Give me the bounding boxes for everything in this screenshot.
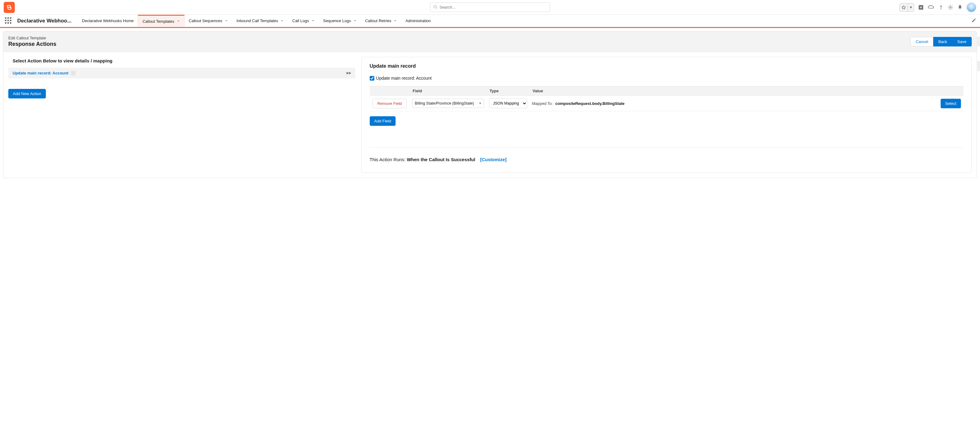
tab-label: Callout Templates (142, 19, 174, 24)
notification-icon[interactable] (957, 5, 963, 10)
tab-label: Administration (406, 18, 431, 23)
nav-tab-administration[interactable]: Administration (401, 15, 435, 27)
chevron-down-icon[interactable] (353, 19, 356, 23)
tab-label: Call Logs (292, 18, 309, 23)
field-select[interactable]: Billing State/Province (BillingState) (412, 99, 484, 108)
nav-tab-inbound-call-templates[interactable]: Inbound Call Templates (232, 15, 288, 27)
page-header-buttons: Cancel Back Save (910, 37, 972, 46)
action-list-item[interactable]: Update main record: Account ✓ >> (8, 68, 355, 78)
chevron-down-icon[interactable] (312, 19, 315, 23)
add-field-button[interactable]: Add Field (370, 116, 396, 126)
type-select[interactable]: JSON Mapping (489, 99, 527, 108)
section-divider (370, 147, 963, 148)
svg-point-6 (941, 8, 941, 9)
chevron-down-icon[interactable] (177, 19, 180, 23)
nav-tab-call-logs[interactable]: Call Logs (288, 15, 319, 27)
customize-link[interactable]: [Customize] (480, 157, 507, 162)
actions-list-panel: Select Action Below to view details / ma… (8, 57, 355, 173)
enable-action-checkbox-row[interactable]: Update main record: Account (370, 76, 963, 81)
action-detail-title: Update main record (370, 64, 963, 69)
field-mapping-table: Field Type Value Remove Field (370, 86, 963, 111)
mapped-to-label: Mapped To: (532, 101, 553, 106)
global-search (430, 2, 550, 12)
pencil-icon[interactable] (971, 18, 976, 24)
action-item-label: Update main record: Account (13, 71, 68, 75)
enable-action-checkbox[interactable] (370, 76, 374, 81)
action-detail-panel: Update main record Update main record: A… (361, 57, 972, 173)
runs-label: This Action Runs: (370, 157, 406, 162)
runs-value: When the Callout Is Successful (407, 157, 475, 162)
col-type: Type (487, 86, 530, 96)
svg-point-7 (950, 6, 951, 8)
app-name: Declarative Webhoo... (17, 18, 72, 24)
settings-icon[interactable] (947, 4, 953, 10)
add-new-action-button[interactable]: Add New Action (8, 89, 46, 99)
tab-label: Callout Sequences (189, 18, 223, 23)
nav-tab-callout-templates[interactable]: Callout Templates (138, 15, 184, 27)
chevron-down-icon: ▾ (908, 3, 914, 11)
help-icon[interactable] (938, 5, 944, 10)
page-titles: Edit Callout Template Response Actions (8, 36, 56, 47)
header-actions: ▾ (899, 2, 976, 12)
remove-field-button[interactable]: Remove Field (372, 99, 406, 108)
nav-tab-declarative-webhooks-home[interactable]: Declarative Webhooks Home (78, 15, 138, 27)
global-header: ▾ (0, 0, 980, 15)
col-value: Value (530, 86, 963, 96)
checkbox-disabled-icon: ✓ (71, 71, 75, 75)
salesforce-icon[interactable] (928, 4, 934, 11)
nav-tab-callout-retries[interactable]: Callout Retries (361, 15, 401, 27)
action-run-condition: This Action Runs: When the Callout Is Su… (370, 154, 963, 163)
tab-label: Inbound Call Templates (237, 18, 278, 23)
save-button[interactable]: Save (952, 37, 972, 46)
panel-handle[interactable] (978, 62, 980, 71)
mapping-row: Remove Field Billing State/Province (Bil… (370, 96, 963, 111)
mapped-to-value: compositeRequest.body.BillingState (555, 101, 938, 106)
page-subtitle: Edit Callout Template (8, 36, 56, 40)
chevron-down-icon[interactable] (225, 19, 228, 23)
tab-label: Declarative Webhooks Home (82, 18, 134, 23)
utility-bar-handles (978, 37, 980, 71)
user-avatar[interactable] (966, 2, 976, 12)
search-input[interactable] (430, 2, 550, 12)
add-icon[interactable] (918, 4, 924, 10)
select-mapping-button[interactable]: Select (941, 99, 961, 108)
chevron-down-icon[interactable] (394, 19, 397, 23)
col-blank (370, 86, 410, 96)
tab-label: Callout Retries (365, 18, 391, 23)
svg-marker-2 (902, 6, 905, 9)
nav-tab-callout-sequences[interactable]: Callout Sequences (185, 15, 232, 27)
col-field: Field (410, 86, 487, 96)
chevron-down-icon[interactable] (280, 19, 283, 23)
app-launcher-icon[interactable] (5, 17, 12, 25)
actions-list-heading: Select Action Below to view details / ma… (8, 57, 355, 68)
back-button[interactable]: Back (933, 37, 952, 46)
page-title: Response Actions (8, 41, 56, 47)
nav-tab-sequence-logs[interactable]: Sequence Logs (319, 15, 361, 27)
chevron-right-icon: >> (346, 71, 351, 75)
app-logo (4, 2, 15, 13)
page-header: Edit Callout Template Response Actions C… (3, 31, 977, 52)
page-card: Edit Callout Template Response Actions C… (3, 31, 977, 178)
panel-handle[interactable] (978, 37, 980, 46)
cancel-button[interactable]: Cancel (910, 37, 933, 46)
favorites-button[interactable]: ▾ (899, 3, 914, 12)
enable-action-label: Update main record: Account (376, 76, 432, 81)
nav-tabs: Declarative Webhooks HomeCallout Templat… (78, 15, 435, 27)
tab-label: Sequence Logs (323, 18, 351, 23)
star-icon (900, 3, 908, 11)
app-nav-bar: Declarative Webhoo... Declarative Webhoo… (0, 15, 980, 27)
